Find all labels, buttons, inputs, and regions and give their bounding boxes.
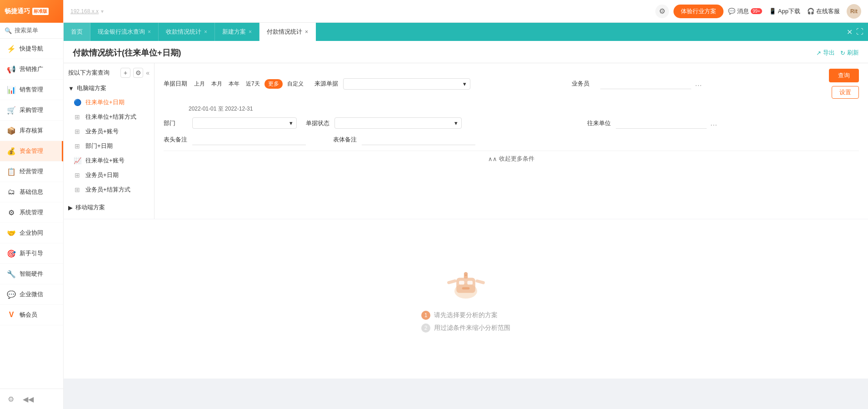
address-chevron-icon: ▾ [101, 8, 104, 15]
body-note-input[interactable] [362, 134, 475, 145]
scheme-icon: ⊞ [73, 112, 82, 121]
scheme-item-staff-settle[interactable]: ⊞ 业务员+结算方式 [68, 182, 154, 197]
partner-input[interactable] [616, 118, 707, 129]
message-btn[interactable]: 💬 消息 99+ [728, 7, 762, 15]
sidebar-item-label: 经营管理 [20, 167, 43, 176]
staff-label: 业务员 [572, 80, 597, 88]
sidebar-item-purchase[interactable]: 🛒 采购管理 [0, 100, 63, 121]
scheme-panel-title: 按以下方案查询 [68, 69, 110, 77]
svg-rect-2 [459, 281, 464, 284]
user-avatar[interactable]: Rit [847, 4, 861, 19]
sidebar-collapse-btn[interactable]: ◀◀ [22, 393, 35, 405]
sidebar-item-inventory[interactable]: 📦 库存核算 [0, 121, 63, 141]
tab-receipt-stats[interactable]: 收款情况统计 × [159, 23, 215, 41]
sidebar-item-basic[interactable]: 🗂 基础信息 [0, 182, 63, 202]
topbar-right: 💬 消息 99+ 📱 App下载 🎧 在线客服 Rit [728, 4, 861, 19]
scheme-group-mobile[interactable]: ▶ 移动端方案 [64, 201, 154, 214]
scheme-add-btn[interactable]: + [120, 68, 130, 78]
tab-payment-stats-close[interactable]: × [305, 29, 308, 35]
tab-receipt-stats-close[interactable]: × [204, 29, 207, 35]
sidebar-item-label: 库存核算 [20, 126, 43, 135]
sidebar-item-quick-nav[interactable]: ⚡ 快捷导航 [0, 39, 63, 59]
sidebar-item-hardware[interactable]: 🔧 智能硬件 [0, 264, 63, 284]
version-badge: 标准版 [32, 8, 49, 15]
sidebar-item-operation[interactable]: 📋 经营管理 [0, 162, 63, 182]
date-btn-7days[interactable]: 近7天 [244, 79, 262, 89]
partner-label: 往来单位 [587, 119, 612, 127]
sidebar-item-system[interactable]: ⚙ 系统管理 [0, 202, 63, 223]
scheme-item-dept-date[interactable]: ⊞ 部门+日期 [68, 139, 154, 153]
scheme-item-label: 往来单位+结算方式 [85, 113, 136, 121]
page-title: 付款情况统计(往来单位+日期) [73, 47, 181, 58]
sidebar-item-sales[interactable]: 📊 销售管理 [0, 80, 63, 100]
export-btn[interactable]: ↗ 导出 [816, 49, 835, 57]
header-note-input[interactable] [192, 134, 306, 145]
voucher-status-select[interactable]: ▾ [334, 117, 462, 129]
app-download-btn[interactable]: 📱 App下载 [769, 7, 800, 15]
date-range-row: 2022-01-01 至 2022-12-31 [189, 104, 859, 113]
sidebar-item-label: 快捷导航 [20, 45, 43, 53]
message-badge: 99+ [751, 8, 762, 14]
topbar: 192.168.x.x ▾ ⚙ 体验行业方案 💬 消息 99+ 📱 App下载 … [64, 0, 868, 23]
scheme-item-label: 部门+日期 [85, 142, 113, 150]
sidebar-item-capital[interactable]: 💰 资金管理 [0, 141, 63, 162]
tab-bank-flow[interactable]: 现金银行流水查询 × [90, 23, 159, 41]
refresh-btn[interactable]: ↻ 刷新 [840, 49, 859, 57]
sidebar-item-marketing[interactable]: 📢 营销推广 [0, 59, 63, 80]
collapse-chevron-icon: ∧∧ [488, 156, 497, 162]
purchase-icon: 🛒 [7, 106, 16, 115]
tab-payment-stats[interactable]: 付款情况统计 × [259, 23, 316, 41]
filter-area: 按以下方案查询 + ⚙ « ▼ 电脑端方案 🔵 往来单位+日期 [64, 63, 868, 219]
partner-dots-btn[interactable]: … [710, 119, 718, 127]
maximize-btn[interactable]: ⛶ [856, 28, 863, 36]
collapse-conditions-btn[interactable]: ∧∧ 收起更多条件 [488, 155, 534, 163]
sidebar-item-member[interactable]: V 畅会员 [0, 305, 63, 325]
gear-btn[interactable]: ⚙ [655, 5, 669, 18]
source-select[interactable]: ▾ [343, 78, 470, 90]
desktop-group-chevron: ▼ [68, 85, 74, 92]
date-btn-more[interactable]: 更多 [264, 79, 283, 89]
refresh-icon: ↻ [840, 50, 845, 56]
scheme-item-unit-date[interactable]: 🔵 往来单位+日期 [68, 95, 154, 110]
scheme-item-unit-settle[interactable]: ⊞ 往来单位+结算方式 [68, 110, 154, 124]
scheme-item-staff-date[interactable]: ⊞ 业务员+日期 [68, 168, 154, 182]
scheme-item-staff-account[interactable]: ⊞ 业务员+账号 [68, 124, 154, 139]
date-btn-this-year[interactable]: 本年 [227, 79, 241, 89]
scheme-settings-btn[interactable]: ⚙ [133, 68, 143, 78]
dept-select[interactable]: ▾ [192, 117, 297, 129]
filter-right: 单据日期 上月 本月 本年 近7天 更多 自定义 来源单据 [155, 63, 868, 219]
tab-bank-flow-close[interactable]: × [148, 29, 151, 35]
scheme-collapse-btn[interactable]: « [146, 69, 150, 76]
export-label: 导出 [823, 49, 835, 57]
scheme-icon: ⊞ [73, 141, 82, 151]
voucher-status-field: 单据状态 ▾ [306, 117, 578, 129]
empty-tip-1: 1 请先选择要分析的方案 [421, 311, 510, 320]
service-icon: 🎧 [807, 8, 814, 15]
sidebar-item-label: 营销推广 [20, 65, 43, 73]
address-bar: 192.168.x.x ▾ [70, 8, 651, 15]
sidebar-item-label: 企业微信 [20, 290, 43, 298]
close-all-tabs-btn[interactable]: ✕ [847, 28, 853, 36]
online-service-btn[interactable]: 🎧 在线客服 [807, 7, 840, 15]
sidebar-settings-btn[interactable]: ⚙ [5, 393, 17, 405]
sidebar-item-wechat[interactable]: 💬 企业微信 [0, 284, 63, 305]
tab-new-scheme[interactable]: 新建方案 × [215, 23, 259, 41]
sidebar-item-cooperation[interactable]: 🤝 企业协同 [0, 223, 63, 243]
filter-settings-btn[interactable]: 设置 [832, 86, 859, 99]
staff-input[interactable] [600, 78, 691, 89]
date-btn-custom[interactable]: 自定义 [285, 79, 305, 89]
empty-tips: 1 请先选择要分析的方案 2 用过滤条件来缩小分析范围 [421, 311, 510, 333]
search-menu[interactable]: 🔍 搜索菜单 [0, 23, 63, 39]
query-btn[interactable]: 查询 [829, 69, 859, 82]
date-btn-last-month[interactable]: 上月 [192, 79, 207, 89]
date-btn-this-month[interactable]: 本月 [210, 79, 224, 89]
staff-dots-btn[interactable]: … [695, 80, 702, 88]
scheme-group-desktop[interactable]: ▼ 电脑端方案 [64, 81, 154, 95]
collapse-bar[interactable]: ∧∧ 收起更多条件 [164, 151, 859, 167]
tab-new-scheme-close[interactable]: × [249, 29, 252, 35]
scheme-icon-active: 🔵 [73, 98, 82, 107]
sidebar-item-guide[interactable]: 🎯 新手引导 [0, 243, 63, 264]
scheme-item-unit-account[interactable]: 📈 往来单位+账号 [68, 153, 154, 168]
trial-btn[interactable]: 体验行业方案 [673, 5, 723, 18]
tab-home[interactable]: 首页 [64, 23, 90, 41]
